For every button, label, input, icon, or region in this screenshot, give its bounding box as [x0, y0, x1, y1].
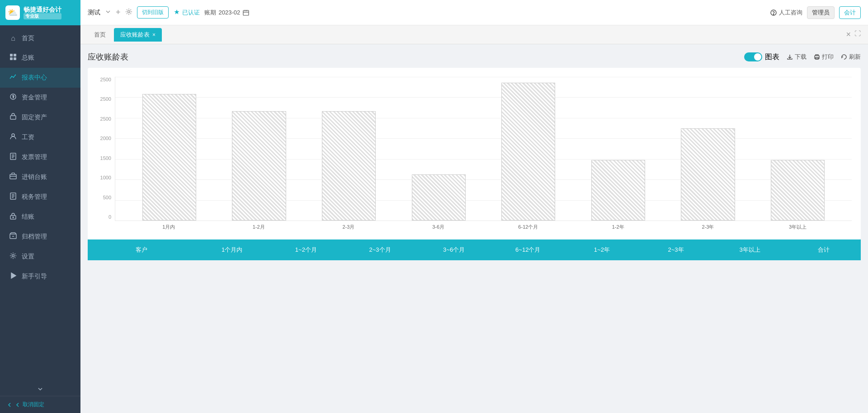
tab-close-btn[interactable]: ×: [152, 32, 156, 38]
toggle-track[interactable]: [744, 52, 762, 61]
ledger-icon: [9, 53, 17, 62]
sidebar-item-tax[interactable]: 税务管理: [0, 187, 80, 207]
sidebar-item-report[interactable]: 报表中心: [0, 68, 80, 88]
topbar: 测试 + 切到旧版 已认证 账期 2023-02 人工咨询 管理员 会计: [80, 0, 868, 25]
svg-point-24: [12, 255, 14, 257]
svg-rect-2: [10, 57, 13, 60]
table-header-cell: 2~3年: [639, 239, 713, 260]
report-title: 应收账龄表: [88, 52, 128, 62]
company-settings-btn[interactable]: [125, 8, 132, 17]
svg-rect-1: [14, 54, 16, 56]
svg-rect-0: [10, 54, 13, 56]
funds-icon: [9, 93, 17, 102]
sidebar-label-home: 首页: [22, 34, 34, 42]
sidebar-label-salary: 工资: [22, 133, 34, 141]
sidebar-item-close[interactable]: 结账: [0, 207, 80, 227]
bar-group-3年以上: [753, 77, 843, 221]
download-btn[interactable]: 下载: [787, 53, 807, 61]
bar-2-3月: [322, 111, 376, 221]
table-header-cell: 2~3个月: [343, 239, 417, 260]
cancel-pin-label: 取消固定: [23, 401, 44, 408]
sidebar-item-settings[interactable]: 设置: [0, 247, 80, 267]
refresh-btn[interactable]: 刷新: [841, 53, 861, 61]
bars-container: [115, 77, 852, 221]
x-label-1月内: 1月内: [124, 221, 214, 230]
svg-point-5: [13, 77, 14, 78]
home-icon: ⌂: [9, 34, 17, 42]
x-label-2-3月: 2-3月: [304, 221, 394, 230]
tabbar: 首页 应收账龄表 × × ⛶: [80, 25, 868, 44]
report-icon: [9, 73, 17, 82]
svg-rect-14: [10, 174, 16, 179]
sidebar-label-close: 结账: [22, 213, 34, 221]
sidebar-scroll-down[interactable]: [0, 382, 80, 396]
svg-marker-25: [11, 273, 16, 278]
sidebar-label-archive: 归档管理: [22, 233, 47, 241]
sidebar-item-salary[interactable]: 工资: [0, 127, 80, 147]
tab-receivable[interactable]: 应收账龄表 ×: [114, 28, 162, 42]
sidebar-label-report: 报表中心: [22, 74, 47, 82]
assets-icon: [9, 113, 17, 122]
expand-window-btn[interactable]: ⛶: [854, 30, 861, 39]
table-header-cell: 6~12个月: [491, 239, 565, 260]
chart-container: 2500 2500 2500 2000 1500 1000 500 0: [88, 68, 861, 239]
tab-home-label: 首页: [94, 31, 106, 39]
role-btn[interactable]: 会计: [839, 6, 861, 19]
x-label-1-2月: 1-2月: [214, 221, 304, 230]
sidebar-item-guide[interactable]: 新手引导: [0, 267, 80, 286]
switch-old-btn[interactable]: 切到旧版: [137, 6, 169, 19]
chart-area: 2500 2500 2500 2000 1500 1000 500 0: [97, 77, 852, 230]
table-header-cell: 1个月内: [195, 239, 269, 260]
svg-point-6: [15, 75, 16, 75]
company-name: 测试: [88, 9, 100, 17]
table-header: 客户1个月内1~2个月2~3个月3~6个月6~12个月1~2年2~3年3年以上合…: [88, 239, 861, 260]
svg-point-32: [773, 14, 774, 15]
sidebar-item-ledger[interactable]: 总账: [0, 48, 80, 68]
main-area: 测试 + 切到旧版 已认证 账期 2023-02 人工咨询 管理员 会计 首页: [80, 0, 868, 413]
add-company-btn[interactable]: +: [116, 8, 121, 17]
print-label: 打印: [822, 53, 834, 61]
invoice-icon: [9, 153, 17, 162]
cancel-pin-btn[interactable]: 取消固定: [0, 396, 80, 413]
sidebar-item-inventory[interactable]: 进销台账: [0, 167, 80, 187]
svg-rect-3: [14, 57, 16, 60]
refresh-label: 刷新: [849, 53, 861, 61]
download-label: 下载: [795, 53, 807, 61]
calendar-icon[interactable]: [243, 9, 249, 16]
svg-rect-8: [10, 116, 16, 119]
sidebar-item-archive[interactable]: 归档管理: [0, 227, 80, 247]
chart-x-labels: 1月内1-2月2-3月3-6月6-12个月1-2年2-3年3年以上: [115, 221, 852, 230]
bar-group-1月内: [124, 77, 214, 221]
settings-icon: [9, 252, 17, 261]
chart-toggle[interactable]: 图表: [744, 52, 779, 62]
period-label: 账期: [204, 9, 216, 17]
admin-btn[interactable]: 管理员: [807, 6, 835, 19]
close-window-btn[interactable]: ×: [846, 30, 851, 39]
sidebar-item-home[interactable]: ⌂ 首页: [0, 29, 80, 48]
x-label-3年以上: 3年以上: [753, 221, 843, 230]
table-container: 客户1个月内1~2个月2~3个月3~6个月6~12个月1~2年2~3年3年以上合…: [88, 239, 861, 260]
guide-icon: [9, 272, 17, 281]
sidebar-item-assets[interactable]: 固定资产: [0, 108, 80, 127]
print-btn[interactable]: 打印: [814, 53, 834, 61]
page-content: 应收账龄表 图表 下载 打印 刷新: [80, 44, 868, 413]
tab-window-controls: × ⛶: [846, 30, 861, 39]
bar-3年以上: [771, 160, 825, 221]
company-dropdown-icon[interactable]: [105, 9, 111, 17]
tab-active-label: 应收账龄表: [120, 31, 150, 39]
bar-group-1-2月: [214, 77, 304, 221]
table-header-cell: 客户: [88, 239, 195, 260]
archive-icon: [9, 232, 17, 241]
bar-1-2年: [591, 160, 645, 221]
consult-btn[interactable]: 人工咨询: [770, 9, 802, 17]
x-label-2-3年: 2-3年: [663, 221, 753, 230]
tab-home[interactable]: 首页: [88, 28, 112, 42]
svg-rect-34: [816, 57, 818, 59]
sidebar-item-invoice[interactable]: 发票管理: [0, 147, 80, 167]
bar-group-6-12个月: [484, 77, 574, 221]
certified-badge: 已认证: [173, 9, 200, 17]
toggle-label: 图表: [765, 52, 779, 62]
svg-point-21: [13, 217, 14, 218]
refresh-icon: [841, 54, 847, 60]
sidebar-item-funds[interactable]: 资金管理: [0, 88, 80, 108]
